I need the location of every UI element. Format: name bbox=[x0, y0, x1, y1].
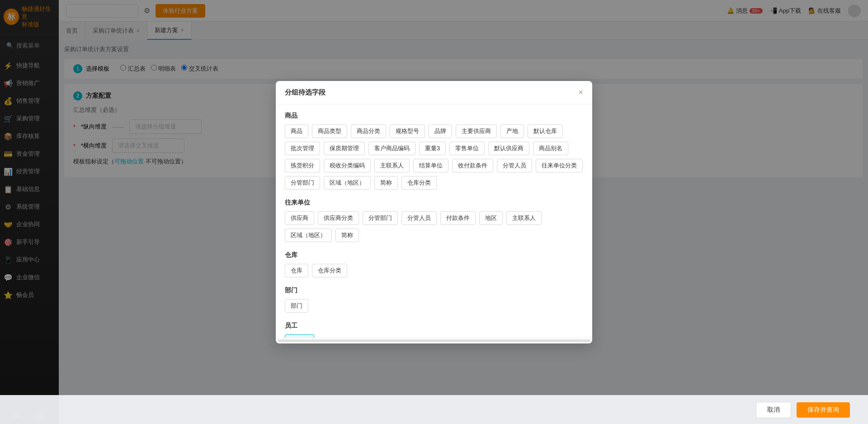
field-tag-mgmt-dept[interactable]: 分管部门 bbox=[285, 176, 320, 190]
field-tag-mgmt-dept2[interactable]: 分管部门 bbox=[363, 211, 398, 225]
group-warehouse-title: 仓库 bbox=[285, 251, 583, 259]
field-tag-source-unit-cat[interactable]: 往来单位分类 bbox=[536, 159, 583, 172]
field-tag-brand[interactable]: 品牌 bbox=[429, 124, 452, 138]
field-tag-weight3[interactable]: 重量3 bbox=[419, 142, 446, 155]
field-tag-payment-terms[interactable]: 收付款条件 bbox=[452, 159, 493, 172]
field-tag-product[interactable]: 商品 bbox=[285, 124, 308, 138]
field-group-product: 商品 商品 商品类型 商品分类 规格型号 品牌 主要供应商 产地 默认仓库 批次… bbox=[285, 112, 583, 190]
field-tag-abbr[interactable]: 简称 bbox=[374, 176, 398, 190]
field-tag-spec-type[interactable]: 规格型号 bbox=[390, 124, 425, 138]
page-footer: 取消 保存并查询 bbox=[0, 395, 868, 424]
group-product-title: 商品 bbox=[285, 112, 583, 120]
field-tag-main-contact[interactable]: 主联系人 bbox=[506, 211, 542, 225]
field-select-dialog: 分组待选字段 × 商品 商品 商品类型 商品分类 规格型号 品牌 主要供应商 产… bbox=[276, 81, 592, 343]
product-tags: 商品 商品类型 商品分类 规格型号 品牌 主要供应商 产地 默认仓库 批次管理 … bbox=[285, 124, 583, 190]
field-tag-retail-unit[interactable]: 零售单位 bbox=[449, 142, 485, 155]
field-tag-batch-mgmt[interactable]: 批次管理 bbox=[285, 142, 320, 155]
field-tag-default-warehouse[interactable]: 默认仓库 bbox=[528, 124, 563, 138]
field-tag-region-place[interactable]: 区域（地区） bbox=[324, 176, 371, 190]
field-tag-default-supplier[interactable]: 默认供应商 bbox=[488, 142, 529, 155]
dialog-hscrollbar[interactable] bbox=[276, 338, 592, 343]
dept-tags: 部门 bbox=[285, 299, 583, 313]
field-tag-product-type[interactable]: 商品类型 bbox=[312, 124, 347, 138]
field-tag-settle-unit[interactable]: 结算单位 bbox=[413, 159, 448, 172]
field-tag-warehouse[interactable]: 仓库 bbox=[285, 264, 308, 277]
field-tag-salesperson[interactable]: 业务员 bbox=[285, 334, 314, 338]
warehouse-tags: 仓库 仓库分类 bbox=[285, 264, 583, 277]
dialog-header: 分组待选字段 × bbox=[276, 81, 592, 105]
field-tag-region2[interactable]: 地区 bbox=[479, 211, 503, 225]
group-dept-title: 部门 bbox=[285, 286, 583, 295]
field-tag-product-category[interactable]: 商品分类 bbox=[351, 124, 386, 138]
field-group-staff: 员工 业务员 bbox=[285, 322, 583, 338]
field-group-dept: 部门 部门 bbox=[285, 286, 583, 313]
field-group-partner: 往来单位 供应商 供应商分类 分管部门 分管人员 付款条件 地区 主联系人 区域… bbox=[285, 199, 583, 242]
field-tag-pick-points[interactable]: 拣货积分 bbox=[285, 159, 320, 172]
dialog-title: 分组待选字段 bbox=[285, 88, 326, 97]
staff-tags: 业务员 bbox=[285, 334, 583, 338]
partner-tags: 供应商 供应商分类 分管部门 分管人员 付款条件 地区 主联系人 区域（地区） … bbox=[285, 211, 583, 242]
field-tag-product-alias[interactable]: 商品别名 bbox=[533, 142, 568, 155]
field-tag-quality-mgmt[interactable]: 保质期管理 bbox=[324, 142, 365, 155]
field-tag-region-area[interactable]: 区域（地区） bbox=[285, 229, 332, 242]
field-tag-main-supplier[interactable]: 主要供应商 bbox=[456, 124, 497, 138]
dialog-close-button[interactable]: × bbox=[578, 88, 583, 96]
field-tag-payment-cond[interactable]: 付款条件 bbox=[440, 211, 476, 225]
field-tag-supplier[interactable]: 供应商 bbox=[285, 211, 314, 225]
field-tag-mgmt-person[interactable]: 分管人员 bbox=[401, 211, 437, 225]
field-tag-abbr2[interactable]: 简称 bbox=[335, 229, 359, 242]
field-tag-tax-code[interactable]: 税收分类编码 bbox=[324, 159, 371, 172]
save-button[interactable]: 保存并查询 bbox=[797, 402, 850, 418]
field-tag-customer-code[interactable]: 客户商品编码 bbox=[368, 142, 415, 155]
group-staff-title: 员工 bbox=[285, 322, 583, 330]
field-tag-dept[interactable]: 部门 bbox=[285, 299, 308, 313]
field-tag-warehouse-cat[interactable]: 仓库分类 bbox=[401, 176, 437, 190]
field-group-warehouse: 仓库 仓库 仓库分类 bbox=[285, 251, 583, 277]
field-tag-manager[interactable]: 分管人员 bbox=[497, 159, 532, 172]
field-tag-contact[interactable]: 主联系人 bbox=[374, 159, 410, 172]
dialog-body: 商品 商品 商品类型 商品分类 规格型号 品牌 主要供应商 产地 默认仓库 批次… bbox=[276, 105, 592, 338]
cancel-button[interactable]: 取消 bbox=[756, 402, 791, 418]
field-tag-supplier-cat[interactable]: 供应商分类 bbox=[318, 211, 359, 225]
field-tag-origin[interactable]: 产地 bbox=[500, 124, 524, 138]
group-partner-title: 往来单位 bbox=[285, 199, 583, 207]
field-tag-warehouse-category[interactable]: 仓库分类 bbox=[312, 264, 347, 277]
